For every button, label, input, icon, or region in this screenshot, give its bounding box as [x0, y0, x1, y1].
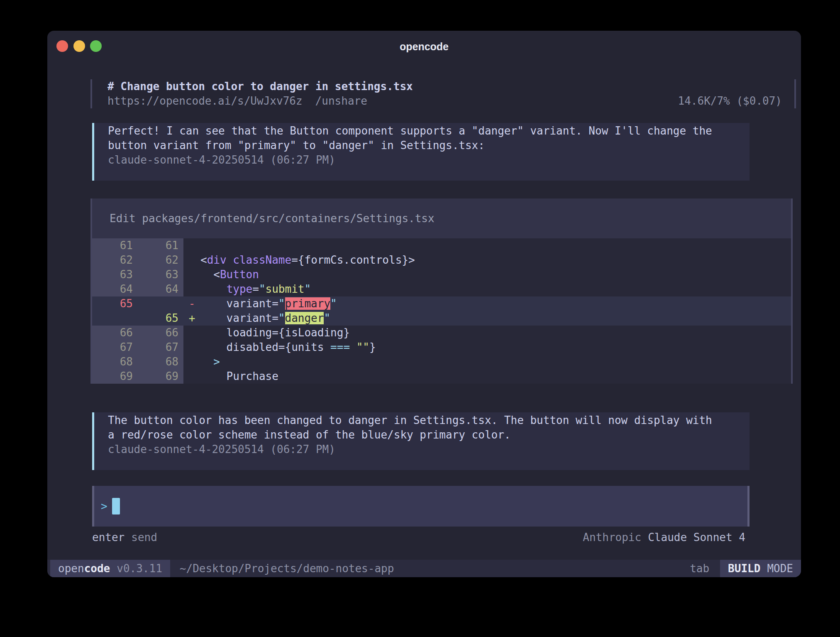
code-line: variant="danger"	[200, 311, 791, 326]
diff-row: 6868 >	[92, 355, 791, 369]
titlebar: opencode	[47, 31, 801, 68]
code-line: Purchase	[200, 369, 791, 384]
diff-marker: +	[183, 311, 200, 326]
app-name-prefix: open	[58, 562, 84, 575]
text-cursor	[112, 498, 120, 514]
opencode-window: opencode # Change button color to danger…	[47, 31, 801, 577]
app-name-suffix: code	[84, 562, 110, 575]
prompt-char: >	[94, 500, 107, 512]
code-line: loading={isLoading}	[200, 326, 791, 340]
diff-marker	[183, 355, 200, 369]
old-line-number: 62	[92, 253, 138, 267]
old-line-number: 61	[92, 238, 138, 253]
tab-key-hint: tab	[690, 560, 709, 577]
new-line-number: 65	[138, 311, 183, 326]
code-line: <Button	[200, 267, 791, 282]
diff-marker	[183, 369, 200, 384]
diff-row: 6464 type="submit"	[92, 282, 791, 296]
diff-row: 6969 Purchase	[92, 369, 791, 384]
new-line-number: 67	[138, 340, 183, 355]
code-line: <div className={formCs.controls}>	[200, 253, 791, 267]
diff-marker	[183, 282, 200, 296]
old-line-number: 65	[92, 296, 138, 311]
diff-row: 6666 loading={isLoading}	[92, 326, 791, 340]
enter-key-hint: enter	[92, 530, 125, 545]
diff-row: 65- variant="primary"	[92, 296, 791, 311]
status-bar: opencode v0.3.11 ~/Desktop/Projects/demo…	[47, 560, 801, 577]
new-line-number: 64	[138, 282, 183, 296]
diff-row: 6262<div className={formCs.controls}>	[92, 253, 791, 267]
message-model-timestamp: claude-sonnet-4-20250514 (06:27 PM)	[108, 442, 737, 457]
code-line: type="submit"	[200, 282, 791, 296]
edit-tool-block: Edit packages/frontend/src/containers/Se…	[90, 198, 793, 384]
message-text-line: The button color has been changed to dan…	[108, 413, 737, 428]
diff-marker	[183, 253, 200, 267]
message-text-line: button variant from "primary" to "danger…	[108, 138, 737, 153]
old-line-number: 67	[92, 340, 138, 355]
code-line: >	[200, 355, 791, 369]
new-line-number: 68	[138, 355, 183, 369]
send-action-hint: send	[131, 530, 157, 545]
diff-row: 6161	[92, 238, 791, 253]
app-version-segment: opencode v0.3.11	[50, 560, 170, 577]
new-line-number: 62	[138, 253, 183, 267]
diff-marker	[183, 326, 200, 340]
old-line-number: 66	[92, 326, 138, 340]
diff-rows: 61616262<div className={formCs.controls}…	[92, 238, 791, 384]
window-title: opencode	[47, 41, 801, 53]
mode-name: BUILD	[728, 562, 760, 575]
session-header: # Change button color to danger in setti…	[90, 79, 796, 108]
new-line-number: 63	[138, 267, 183, 282]
model-label: Claude Sonnet 4	[648, 530, 745, 545]
prompt-input[interactable]: >	[92, 486, 750, 527]
diff-marker	[183, 238, 200, 253]
old-line-number	[92, 311, 138, 326]
build-mode-toggle[interactable]: BUILD MODE	[720, 560, 801, 577]
new-line-number: 66	[138, 326, 183, 340]
share-url[interactable]: https://opencode.ai/s/UwJxv76z	[107, 94, 303, 108]
code-line: variant="primary"	[200, 296, 791, 311]
diff-marker: -	[183, 296, 200, 311]
message-model-timestamp: claude-sonnet-4-20250514 (06:27 PM)	[108, 153, 737, 167]
diff-marker	[183, 340, 200, 355]
old-line-number: 68	[92, 355, 138, 369]
diff-row: 6767 disabled={units === ""}	[92, 340, 791, 355]
token-cost-stats: 14.6K/7% ($0.07)	[678, 94, 782, 108]
old-line-number: 64	[92, 282, 138, 296]
provider-label: Anthropic	[583, 530, 641, 545]
message-text-line: Perfect! I can see that the Button compo…	[108, 124, 737, 138]
edit-tool-title: Edit packages/frontend/src/containers/Se…	[92, 212, 435, 225]
code-line: disabled={units === ""}	[200, 340, 791, 355]
app-version: v0.3.11	[117, 562, 162, 575]
assistant-message: Perfect! I can see that the Button compo…	[92, 123, 750, 181]
unshare-command[interactable]: /unshare	[315, 94, 367, 108]
diff-row: 65+ variant="danger"	[92, 311, 791, 326]
new-line-number: 61	[138, 238, 183, 253]
hints-row: enter send Anthropic Claude Sonnet 4	[92, 530, 745, 545]
diff-marker	[183, 267, 200, 282]
session-title: # Change button color to danger in setti…	[107, 79, 413, 94]
mode-label: MODE	[767, 562, 793, 575]
new-line-number: 69	[138, 369, 183, 384]
new-line-number	[138, 296, 183, 311]
code-line	[200, 238, 791, 253]
working-directory: ~/Desktop/Projects/demo-notes-app	[180, 560, 394, 577]
completion-message: The button color has been changed to dan…	[92, 412, 750, 470]
edit-tool-header: Edit packages/frontend/src/containers/Se…	[92, 198, 791, 238]
old-line-number: 63	[92, 267, 138, 282]
diff-row: 6363 <Button	[92, 267, 791, 282]
old-line-number: 69	[92, 369, 138, 384]
message-text-line: a red/rose color scheme instead of the b…	[108, 428, 737, 442]
